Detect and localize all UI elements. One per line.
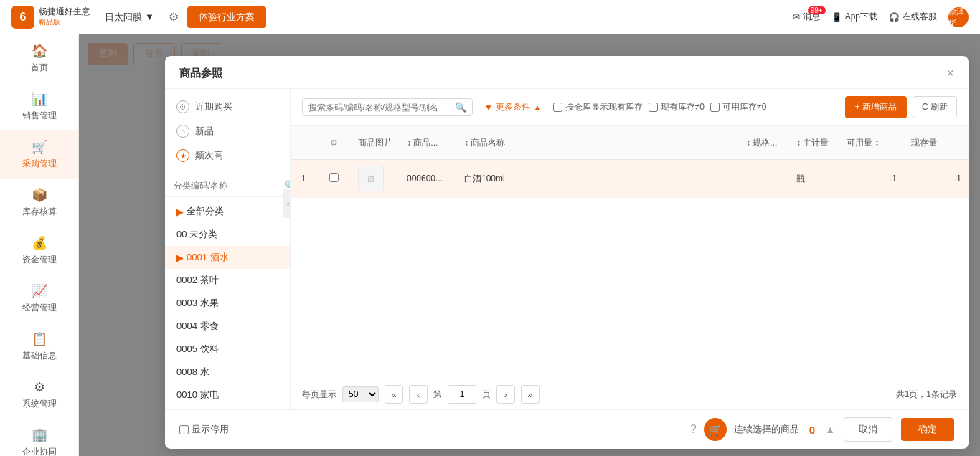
sidebar-label-finance: 资金管理 xyxy=(22,254,57,266)
purchase-icon: 🛒 xyxy=(32,139,47,155)
sidebar-item-finance[interactable]: 💰 资金管理 xyxy=(0,227,78,275)
cart-icon-button[interactable]: 🛒 xyxy=(704,418,727,441)
messages-nav[interactable]: ✉ 消息 99+ xyxy=(793,11,820,23)
cart-area: ? 🛒 连续选择的商品 0 ▲ xyxy=(690,418,835,441)
category-0003[interactable]: 0003 水果 xyxy=(165,292,290,315)
sidebar-item-sales[interactable]: 📊 销售管理 xyxy=(0,82,78,130)
enterprise-icon: 🏢 xyxy=(32,427,47,443)
available-stock-label: 可用库存≠0 xyxy=(722,101,766,113)
category-0005[interactable]: 0005 饮料 xyxy=(165,338,290,361)
product-table-wrapper: ⚙ 商品图片 ↕ 商品... ↕ 商品名称 xyxy=(291,126,969,379)
gear-icon[interactable]: ⚙ xyxy=(169,10,179,24)
table-row[interactable]: 1 🖼 000600... xyxy=(291,160,969,198)
category-0002[interactable]: 0002 茶叶 xyxy=(165,269,290,292)
messages-badge: 99+ xyxy=(808,6,826,14)
online-service-nav[interactable]: 🎧 在线客服 xyxy=(889,11,937,23)
category-0010[interactable]: 0010 家电 xyxy=(165,384,290,407)
prev-page-button[interactable]: ‹ xyxy=(409,385,428,404)
available-stock-checkbox[interactable] xyxy=(710,103,720,112)
col-header-stock[interactable]: 现存量 xyxy=(904,126,969,160)
cancel-button[interactable]: 取消 xyxy=(844,417,892,442)
dialog-close-button[interactable]: × xyxy=(946,66,954,81)
first-page-button[interactable]: « xyxy=(385,385,403,404)
user-menu[interactable]: 徐泽华 xyxy=(948,7,969,27)
row-checkbox[interactable] xyxy=(316,160,351,198)
category-list: ▶ 全部分类 00 未分类 ▶ 0001 酒水 0002 茶叶 xyxy=(165,197,290,409)
col-header-code[interactable]: ↕ 商品... xyxy=(400,126,457,160)
dialog-left-panel: ⏱ 近期购买 ○ 新品 ★ 频次高 xyxy=(165,89,291,409)
sidebar-item-enterprise[interactable]: 🏢 企业协同 xyxy=(0,419,78,456)
current-page-input[interactable] xyxy=(448,385,476,404)
category-all[interactable]: ▶ 全部分类 xyxy=(165,200,290,223)
collapse-panel-button[interactable]: ‹‹ xyxy=(283,189,291,218)
row-unit: 瓶 xyxy=(789,160,839,198)
row-img: 🖼 xyxy=(351,160,400,198)
confirm-button[interactable]: 确定 xyxy=(901,418,954,441)
cart-label: 连续选择的商品 xyxy=(734,423,799,436)
existing-stock-checkbox[interactable] xyxy=(649,103,658,112)
page-total-info: 共1页，1条记录 xyxy=(896,389,957,401)
filter-up-icon: ▲ xyxy=(533,103,542,113)
category-0004[interactable]: 0004 零食 xyxy=(165,315,290,338)
chevron-up-icon[interactable]: ▲ xyxy=(825,424,835,435)
sidebar-item-basic[interactable]: 📋 基础信息 xyxy=(0,323,78,371)
basic-icon: 📋 xyxy=(32,331,47,347)
more-filter-button[interactable]: ▼ 更多条件 ▲ xyxy=(479,98,547,116)
per-page-label: 每页显示 xyxy=(302,389,336,401)
frequent-nav[interactable]: ★ 频次高 xyxy=(165,143,290,168)
dialog-header: 商品参照 × xyxy=(165,56,969,89)
content-area: 查询 设置 刷新 商品参照 × ⏱ xyxy=(79,34,980,456)
col-header-avail[interactable]: 可用量 ↕ xyxy=(839,126,904,160)
nav-selector[interactable]: 日太阳膜 ▼ xyxy=(99,8,160,27)
app-download-nav[interactable]: 📱 App下载 xyxy=(831,11,877,23)
logo-area: 6 畅捷通好生意 精品版 xyxy=(11,6,90,29)
sales-icon: 📊 xyxy=(32,91,47,107)
new-product-nav[interactable]: ○ 新品 xyxy=(165,119,290,143)
search-submit-icon[interactable]: 🔍 xyxy=(455,102,466,113)
sidebar-item-purchase[interactable]: 🛒 采购管理 xyxy=(0,130,78,179)
help-icon[interactable]: ? xyxy=(690,423,697,436)
row-stock: -1 xyxy=(904,160,969,198)
app-download-label: App下载 xyxy=(845,11,877,23)
refresh-button[interactable]: C 刷新 xyxy=(913,96,957,118)
operation-icon: 📈 xyxy=(32,283,47,299)
next-page-button[interactable]: › xyxy=(496,385,515,404)
col-header-img[interactable]: 商品图片 xyxy=(351,126,400,160)
home-icon: 🏠 xyxy=(32,43,47,59)
col-header-spec[interactable]: ↕ 规格... xyxy=(739,126,789,160)
per-page-select[interactable]: 50 10 20 100 xyxy=(342,386,379,402)
show-disabled-checkbox[interactable] xyxy=(179,425,189,434)
sidebar-item-inventory[interactable]: 📦 库存核算 xyxy=(0,179,78,227)
table-settings-icon[interactable]: ⚙ xyxy=(324,133,344,153)
product-image: 🖼 xyxy=(358,166,384,191)
col-header-name[interactable]: ↕ 商品名称 xyxy=(457,126,739,160)
product-search-input[interactable] xyxy=(308,103,452,113)
last-page-button[interactable]: » xyxy=(521,385,540,404)
category-0008[interactable]: 0008 水 xyxy=(165,361,290,384)
recent-purchase-nav[interactable]: ⏱ 近期购买 xyxy=(165,95,290,119)
warehouse-stock-checkbox[interactable] xyxy=(553,103,562,112)
row-code: 000600... xyxy=(400,160,457,198)
brand-name: 畅捷通好生意 xyxy=(39,6,90,16)
quick-nav: ⏱ 近期购买 ○ 新品 ★ 频次高 xyxy=(165,89,290,174)
dialog-right-panel: 🔍 ▼ 更多条件 ▲ 按仓库显示现有库存 xyxy=(291,89,969,409)
category-0001[interactable]: ▶ 0001 酒水 xyxy=(165,246,290,269)
sidebar-item-operation[interactable]: 📈 经营管理 xyxy=(0,275,78,323)
show-disabled-checkbox-label[interactable]: 显示停用 xyxy=(179,423,229,436)
col-header-unit[interactable]: ↕ 主计量 xyxy=(789,126,839,160)
row-avail: -1 xyxy=(839,160,904,198)
add-product-button[interactable]: + 新增商品 xyxy=(845,96,907,118)
edition-label: 精品版 xyxy=(39,17,90,27)
warehouse-stock-label: 按仓库显示现有库存 xyxy=(565,101,643,113)
trial-btn[interactable]: 体验行业方案 xyxy=(187,6,266,28)
checkbox-available-stock[interactable]: 可用库存≠0 xyxy=(710,101,766,113)
category-00[interactable]: 00 未分类 xyxy=(165,223,290,246)
sidebar-label-sales: 销售管理 xyxy=(22,110,57,122)
sidebar-item-system[interactable]: ⚙ 系统管理 xyxy=(0,371,78,419)
category-search-input[interactable] xyxy=(174,181,281,191)
sidebar-item-home[interactable]: 🏠 首页 xyxy=(0,34,78,82)
row-select-checkbox[interactable] xyxy=(329,173,339,182)
checkbox-warehouse-stock[interactable]: 按仓库显示现有库存 xyxy=(553,101,643,113)
checkbox-existing-stock[interactable]: 现有库存≠0 xyxy=(649,101,705,113)
active-arrow-icon: ▶ xyxy=(176,252,184,263)
